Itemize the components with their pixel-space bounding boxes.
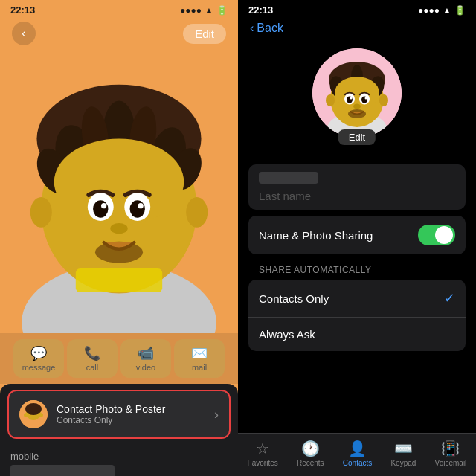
contact-poster-row[interactable]: Contact Photo & Poster Contacts Only bbox=[7, 390, 231, 439]
contacts-only-option[interactable]: Contacts Only ✓ bbox=[248, 280, 466, 317]
share-options-list: Contacts Only ✓ Always Ask bbox=[248, 280, 466, 351]
r-tab-favorites[interactable]: ☆ Favorites bbox=[248, 440, 278, 467]
last-name-placeholder[interactable]: Last name bbox=[259, 190, 455, 202]
r-tab-keypad[interactable]: ⌨️ Keypad bbox=[390, 440, 416, 467]
svg-point-17 bbox=[138, 203, 143, 208]
right-tab-bar: ☆ Favorites 🕐 Recents 👤 Contacts ⌨️ Keyp… bbox=[238, 433, 476, 476]
mail-label: mail bbox=[192, 363, 207, 372]
r-contacts-icon: 👤 bbox=[348, 440, 367, 457]
r-recents-icon: 🕐 bbox=[301, 440, 320, 457]
r-favorites-label: Favorites bbox=[248, 459, 278, 467]
contacts-only-label: Contacts Only bbox=[259, 292, 329, 305]
right-status-bar: 22:13 ●●●● ▲ 🔋 bbox=[238, 0, 476, 19]
contact-memoji bbox=[0, 30, 238, 333]
r-voicemail-icon: 📳 bbox=[441, 440, 460, 457]
r-keypad-label: Keypad bbox=[390, 459, 416, 467]
call-button[interactable]: 📞 call bbox=[67, 339, 118, 378]
name-photo-sharing-toggle[interactable] bbox=[418, 225, 455, 245]
svg-rect-22 bbox=[76, 268, 162, 292]
right-top-bar: ‹ Back bbox=[238, 19, 476, 41]
svg-point-43 bbox=[353, 104, 361, 109]
call-label: call bbox=[86, 363, 99, 372]
mail-icon: ✉️ bbox=[191, 345, 208, 361]
r-recents-label: Recents bbox=[297, 459, 324, 467]
svg-point-27 bbox=[37, 413, 43, 417]
left-status-bar: 22:13 ●●●● ▲ 🔋 bbox=[0, 0, 238, 19]
svg-point-16 bbox=[101, 203, 106, 208]
checkmark-icon: ✓ bbox=[444, 290, 455, 306]
svg-point-41 bbox=[350, 97, 353, 100]
phone-icon: 📞 bbox=[84, 345, 100, 361]
mail-button[interactable]: ✉️ mail bbox=[174, 339, 225, 378]
message-label: message bbox=[22, 363, 56, 372]
poster-subtitle: Contacts Only bbox=[57, 415, 165, 425]
mobile-value-bar bbox=[10, 465, 115, 476]
r-keypad-icon: ⌨️ bbox=[394, 440, 413, 457]
back-link[interactable]: ‹ Back bbox=[250, 22, 464, 35]
poster-info: Contact Photo & Poster Contacts Only bbox=[57, 403, 165, 425]
back-label: Back bbox=[257, 22, 283, 35]
right-fields: Last name Name & Photo Sharing SHARE AUT… bbox=[238, 164, 476, 351]
r-voicemail-label: Voicemail bbox=[435, 459, 467, 467]
always-ask-option[interactable]: Always Ask bbox=[248, 317, 466, 351]
battery-icon: 🔋 bbox=[216, 5, 228, 16]
always-ask-label: Always Ask bbox=[259, 328, 315, 341]
contact-avatar-area bbox=[0, 30, 238, 333]
edit-arrow-container: Edit bbox=[351, 127, 363, 138]
edit-badge[interactable]: Edit bbox=[338, 129, 376, 145]
right-time: 22:13 bbox=[248, 4, 273, 16]
mobile-field-section: mobile bbox=[0, 445, 238, 476]
svg-point-21 bbox=[186, 197, 208, 228]
message-icon: 💬 bbox=[30, 345, 47, 361]
share-automatically-label: SHARE AUTOMATICALLY bbox=[248, 257, 466, 280]
svg-point-14 bbox=[93, 200, 108, 217]
left-status-icons: ●●●● ▲ 🔋 bbox=[180, 5, 228, 16]
r-tab-voicemail[interactable]: 📳 Voicemail bbox=[435, 440, 467, 467]
poster-thumbnail bbox=[19, 400, 48, 428]
right-panel: 22:13 ●●●● ▲ 🔋 ‹ Back bbox=[238, 0, 476, 476]
r-battery-icon: 🔋 bbox=[454, 5, 466, 16]
right-memoji bbox=[312, 48, 402, 138]
video-label: video bbox=[136, 363, 155, 372]
mobile-label: mobile bbox=[10, 451, 228, 462]
left-time: 22:13 bbox=[10, 4, 35, 16]
svg-point-45 bbox=[326, 94, 335, 106]
left-content-area: 💬 message 📞 call 📹 video ✉️ mail bbox=[0, 333, 238, 476]
svg-point-20 bbox=[30, 197, 52, 228]
svg-point-18 bbox=[110, 223, 127, 234]
r-tab-contacts[interactable]: 👤 Contacts bbox=[343, 440, 372, 467]
video-button[interactable]: 📹 video bbox=[120, 339, 171, 378]
message-button[interactable]: 💬 message bbox=[13, 339, 64, 378]
r-favorites-icon: ☆ bbox=[256, 440, 269, 457]
poster-title: Contact Photo & Poster bbox=[57, 403, 165, 415]
left-bottom-section: Contact Photo & Poster Contacts Only mob… bbox=[0, 384, 238, 476]
right-avatar-area: Edit bbox=[238, 41, 476, 149]
action-buttons-row: 💬 message 📞 call 📹 video ✉️ mail bbox=[0, 333, 238, 384]
r-tab-recents[interactable]: 🕐 Recents bbox=[297, 440, 324, 467]
wifi-icon: ▲ bbox=[205, 5, 213, 16]
r-contacts-label: Contacts bbox=[343, 459, 372, 467]
name-fields-container: Last name bbox=[248, 164, 466, 210]
name-photo-sharing-row[interactable]: Name & Photo Sharing bbox=[248, 216, 466, 254]
svg-point-11 bbox=[54, 138, 184, 225]
svg-point-15 bbox=[130, 200, 145, 217]
right-avatar bbox=[312, 48, 402, 138]
back-chevron-icon: ‹ bbox=[250, 22, 254, 35]
r-signal-icon: ●●●● bbox=[418, 5, 440, 16]
first-name-bar bbox=[259, 172, 318, 184]
video-icon: 📹 bbox=[138, 345, 154, 361]
signal-icon: ●●●● bbox=[180, 5, 202, 16]
right-status-icons: ●●●● ▲ 🔋 bbox=[418, 5, 466, 16]
r-wifi-icon: ▲ bbox=[443, 5, 451, 16]
svg-point-42 bbox=[365, 97, 367, 100]
name-photo-sharing-label: Name & Photo Sharing bbox=[259, 229, 373, 242]
svg-point-26 bbox=[24, 413, 30, 417]
svg-point-46 bbox=[379, 94, 388, 106]
left-panel: 22:13 ●●●● ▲ 🔋 ‹ Edit bbox=[0, 0, 238, 476]
